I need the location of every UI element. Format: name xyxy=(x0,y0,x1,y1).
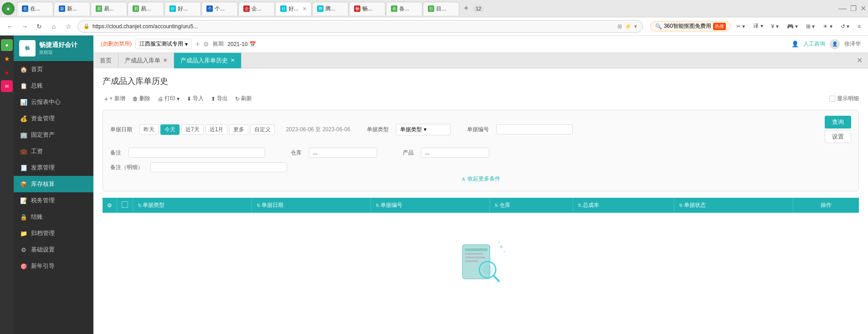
col-type-label: 单据类型 xyxy=(143,202,164,208)
add-account-button[interactable]: + xyxy=(195,40,200,48)
date-btn-1month[interactable]: 近1月 xyxy=(205,124,228,135)
search-box[interactable]: 🔍 360智能抠图免费用 热搜 xyxy=(650,21,731,31)
url-dropdown-icon[interactable]: ▾ xyxy=(634,23,637,30)
sun-tool[interactable]: ☀ ▾ xyxy=(820,22,835,31)
ssl-lock-icon: 🔒 xyxy=(83,23,90,29)
sidebar-item-home[interactable]: 🏠 首页 xyxy=(14,61,93,77)
sidebar-item-payroll[interactable]: 💼 工资 xyxy=(14,143,93,159)
scissors-tool[interactable]: ✂ ▾ xyxy=(734,22,748,31)
translate-tool[interactable]: 译 ▾ xyxy=(750,21,765,31)
grid-tool[interactable]: ⊞ ▾ xyxy=(803,22,817,31)
browser-tab-3[interactable]: 易 易... xyxy=(91,2,127,15)
browser-tab-11[interactable]: 各 各... xyxy=(386,2,422,15)
type-selector[interactable]: 单据类型 ▾ xyxy=(396,124,451,135)
col-warehouse-header[interactable]: ⇅ 仓库 xyxy=(489,198,573,213)
page-tab-home[interactable]: 首页 xyxy=(93,53,118,68)
sidebar-settings-label: 基础设置 xyxy=(31,246,55,254)
display-checkbox[interactable] xyxy=(829,96,835,102)
date-btn-today[interactable]: 今天 xyxy=(160,124,180,135)
account-selector[interactable]: 江西服宝测试专用 ▾ xyxy=(135,39,192,49)
col-cost-header[interactable]: ⇅ 总成本 xyxy=(573,198,674,213)
set-button[interactable]: 设置 xyxy=(825,130,851,143)
warehouse-filter-label: 仓库 xyxy=(291,149,302,157)
col-checkbox-header[interactable] xyxy=(117,198,133,213)
browser-tab-8-active[interactable]: 好 好... ✕ xyxy=(275,2,312,15)
sidebar-item-inventory[interactable]: 📦 库存核算 xyxy=(14,176,93,192)
col-date-header[interactable]: ⇅ 单据日期 xyxy=(252,198,370,213)
print-button[interactable]: 🖨 打印 ▾ xyxy=(156,94,181,103)
tab-5-label: 好... xyxy=(178,5,188,13)
settings-gear-icon[interactable]: ⚙ xyxy=(203,41,209,48)
browser-tab-4[interactable]: 易 易... xyxy=(128,2,164,15)
number-input[interactable] xyxy=(496,124,573,134)
display-toggle[interactable]: 显示明细 xyxy=(829,95,859,103)
browser-tab-5[interactable]: 好 好... xyxy=(164,2,201,15)
sidebar-item-invoice[interactable]: 🧾 发票管理 xyxy=(14,159,93,176)
left-icon-1[interactable]: ● xyxy=(1,39,13,51)
browser-tab-10[interactable]: 畅 畅... xyxy=(349,2,385,15)
sidebar-item-new-bill[interactable]: 🎯 新年引导 xyxy=(14,258,93,274)
minimize-button[interactable]: — xyxy=(838,4,847,13)
refresh-browser-button[interactable]: ↻ xyxy=(34,21,45,32)
browser-tab-1[interactable]: 在 在... xyxy=(17,2,53,15)
service-label[interactable]: 人工咨询 xyxy=(803,40,825,48)
col-status-header[interactable]: ⇅ 单据状态 xyxy=(674,198,793,213)
date-btn-7days[interactable]: 近7天 xyxy=(181,124,204,135)
table-settings-icon[interactable]: ⚙ xyxy=(107,202,112,209)
browser-tab-6[interactable]: 个 个... xyxy=(201,2,238,15)
refresh-toolbar-button[interactable]: ↻ 刷新 xyxy=(233,94,254,103)
date-btn-custom[interactable]: 自定义 xyxy=(250,124,275,135)
home-browser-button[interactable]: ⌂ xyxy=(48,21,59,32)
maximize-button[interactable]: ❐ xyxy=(850,4,857,13)
page-tab-inventory-list-close-icon[interactable]: ✕ xyxy=(163,57,167,63)
add-button[interactable]: + + 新增 xyxy=(103,94,127,103)
import-button[interactable]: ⬇ 导入 xyxy=(185,94,205,103)
sidebar-item-ledger[interactable]: 📋 总账 xyxy=(14,77,93,94)
sidebar-item-tax[interactable]: 📝 税务管理 xyxy=(14,192,93,209)
back-button[interactable]: ← xyxy=(5,21,15,32)
new-tab-button[interactable]: + xyxy=(460,2,473,15)
bookmark-button[interactable]: ☆ xyxy=(63,21,74,32)
select-all-checkbox[interactable] xyxy=(122,201,128,208)
remark-input[interactable] xyxy=(128,148,265,158)
browser-tab-12[interactable]: 目 目... xyxy=(423,2,459,15)
browser-tab-7[interactable]: 企 企... xyxy=(238,2,275,15)
tab-8-close-icon[interactable]: ✕ xyxy=(303,6,307,12)
delete-button[interactable]: 🗑 删除 xyxy=(131,94,152,103)
detail-remark-input[interactable] xyxy=(150,162,287,172)
rmb-tool[interactable]: ¥ ▾ xyxy=(769,22,781,31)
page-tab-inventory-list[interactable]: 产成品入库单 ✕ xyxy=(118,53,174,68)
period-selector[interactable]: 2021-10 📅 xyxy=(227,41,256,47)
sidebar-item-funds[interactable]: 💰 资金管理 xyxy=(14,110,93,127)
url-bar[interactable]: 🔒 https://cloud.chanjet.com/accounting/u… xyxy=(77,20,643,33)
page-tab-inventory-history-close-icon[interactable]: ✕ xyxy=(231,57,235,63)
col-type-header[interactable]: ⇅ 单据类型 xyxy=(133,198,252,213)
page-tab-inventory-history[interactable]: 产成品入库单历史 ✕ xyxy=(174,53,241,68)
col-settings-header[interactable]: ⚙ xyxy=(103,198,117,213)
sidebar-item-settlement[interactable]: 🔒 结账 xyxy=(14,209,93,225)
date-btn-more[interactable]: 更多 xyxy=(229,124,248,135)
period-label: 账期 xyxy=(213,40,224,48)
undo-tool[interactable]: ↺ ▾ xyxy=(838,22,852,31)
panel-close-button[interactable]: ✕ xyxy=(851,56,868,65)
sidebar-item-archive[interactable]: 📁 归档管理 xyxy=(14,225,93,242)
date-btn-yesterday[interactable]: 昨天 xyxy=(139,124,159,135)
sidebar-item-settings[interactable]: ⚙ 基础设置 xyxy=(14,242,93,258)
sidebar-item-reports[interactable]: 📊 云报表中心 xyxy=(14,94,93,110)
browser-tab-2[interactable]: 新 新... xyxy=(54,2,90,15)
left-icon-3[interactable]: ● xyxy=(1,67,13,78)
left-icon-4[interactable]: ✉ xyxy=(1,80,13,92)
game-tool[interactable]: 🎮 ▾ xyxy=(784,22,801,31)
query-button[interactable]: 查询 xyxy=(825,116,851,128)
export-button[interactable]: ⬆ 导出 xyxy=(209,94,230,103)
sidebar-item-fixed-assets[interactable]: 🏢 固定资产 xyxy=(14,127,93,143)
browser-tab-9[interactable]: 腾 腾... xyxy=(312,2,349,15)
more-tool[interactable]: ≡ xyxy=(855,22,863,31)
col-number-header[interactable]: ⇅ 单据编号 xyxy=(370,198,489,213)
close-button[interactable]: ✕ xyxy=(860,4,866,13)
left-icon-2[interactable]: ★ xyxy=(1,53,13,65)
forward-button[interactable]: → xyxy=(19,21,30,32)
warehouse-selector[interactable]: ... xyxy=(309,148,377,158)
product-selector[interactable]: ... xyxy=(421,148,489,158)
collapse-button[interactable]: ∧ 收起更多条件 xyxy=(110,172,851,185)
